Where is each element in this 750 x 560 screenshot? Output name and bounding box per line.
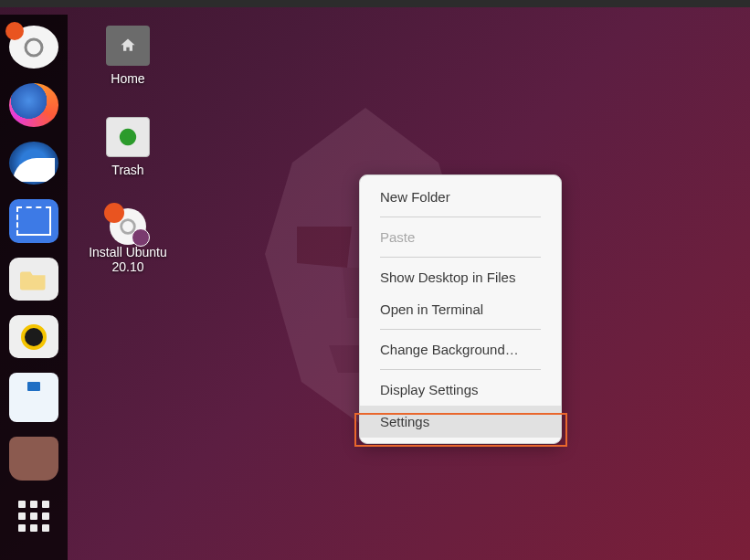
- trash-label: Trash: [111, 163, 143, 177]
- trash-icon: [106, 117, 150, 157]
- install-ubuntu-icon: [110, 208, 146, 245]
- menu-separator: [380, 329, 541, 330]
- svg-marker-1: [297, 227, 352, 268]
- home-desktop-icon[interactable]: Home: [82, 26, 174, 86]
- menu-separator: [380, 257, 541, 258]
- top-bar: [0, 0, 750, 7]
- install-ubuntu-desktop-icon[interactable]: Install Ubuntu 20.10: [82, 208, 174, 274]
- menu-change-background[interactable]: Change Background…: [360, 333, 561, 365]
- rhythmbox-icon[interactable]: [9, 315, 58, 358]
- menu-paste: Paste: [360, 221, 561, 253]
- files-icon[interactable]: [9, 258, 58, 301]
- menu-new-folder[interactable]: New Folder: [360, 181, 561, 213]
- menu-display-settings[interactable]: Display Settings: [360, 374, 561, 406]
- desktop-wallpaper[interactable]: Home Trash Install Ubuntu 20.10 New Fold…: [0, 7, 750, 560]
- desktop-context-menu: New Folder Paste Show Desktop in Files O…: [359, 174, 562, 444]
- svg-point-6: [121, 220, 135, 234]
- trash-desktop-icon[interactable]: Trash: [82, 117, 174, 177]
- libreoffice-writer-icon[interactable]: [9, 373, 58, 422]
- menu-separator: [380, 369, 541, 370]
- thunderbird-icon[interactable]: [9, 142, 58, 185]
- menu-separator: [380, 217, 541, 217]
- firefox-icon[interactable]: [9, 83, 58, 126]
- dock: [0, 15, 68, 560]
- ubiquity-launcher-icon[interactable]: [9, 26, 58, 69]
- home-label: Home: [111, 71, 144, 86]
- home-folder-icon: [106, 26, 150, 66]
- desktop-icons-area: Home Trash Install Ubuntu 20.10: [82, 26, 192, 305]
- menu-show-desktop-in-files[interactable]: Show Desktop in Files: [360, 261, 561, 293]
- ubuntu-software-icon[interactable]: [9, 437, 58, 480]
- screenshot-tool-icon[interactable]: [9, 199, 58, 242]
- install-ubuntu-label: Install Ubuntu 20.10: [82, 245, 174, 274]
- svg-point-5: [26, 39, 42, 56]
- menu-settings[interactable]: Settings: [360, 406, 561, 438]
- menu-open-in-terminal[interactable]: Open in Terminal: [360, 293, 561, 325]
- show-applications-icon[interactable]: [9, 495, 58, 538]
